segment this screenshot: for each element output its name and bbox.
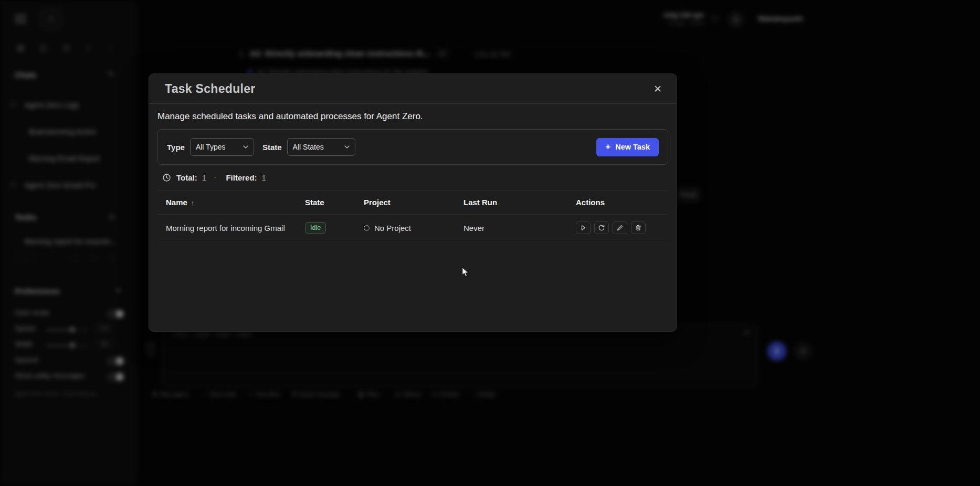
modal-title: Task Scheduler	[165, 82, 256, 96]
chevron-down-icon	[243, 145, 248, 149]
task-name: Morning report for incoming Gmail	[157, 224, 297, 233]
stats-separator: ·	[214, 173, 216, 182]
new-task-button[interactable]: + New Task	[596, 138, 659, 156]
type-select[interactable]: All Types	[190, 138, 254, 156]
play-icon	[579, 224, 587, 231]
filtered-value: 1	[262, 173, 266, 182]
table-header-row: Name↑ State Project Last Run Actions	[157, 191, 668, 215]
status-badge: Idle	[305, 222, 326, 234]
pencil-icon	[616, 224, 624, 231]
task-project-cell: No Project	[355, 224, 455, 233]
delete-task-button[interactable]	[631, 221, 646, 234]
task-stats-row: Total: 1 · Filtered: 1	[157, 165, 668, 191]
chevron-down-icon	[344, 145, 350, 149]
state-select[interactable]: All States	[287, 138, 355, 156]
app-window: A ▤ ◫ ◳ ⌂ ‹ Chats ✎ Agent Zero Logs Brai…	[0, 0, 980, 486]
project-radio-icon	[364, 225, 370, 231]
trash-icon	[635, 224, 642, 231]
plus-icon: +	[605, 142, 610, 152]
column-header-name[interactable]: Name↑	[157, 198, 297, 207]
total-value: 1	[202, 173, 206, 182]
task-table: Name↑ State Project Last Run Actions Mor…	[157, 191, 668, 241]
task-state-cell: Idle	[297, 222, 355, 234]
filter-panel: Type All Types State All States + New Ta…	[157, 129, 668, 165]
column-header-project[interactable]: Project	[355, 198, 455, 207]
task-lastrun: Never	[455, 224, 567, 233]
project-name: No Project	[374, 224, 411, 233]
task-actions	[567, 221, 668, 234]
type-filter-label: Type	[167, 143, 185, 152]
type-select-value: All Types	[196, 143, 226, 151]
task-scheduler-modal: Task Scheduler ✕ Manage scheduled tasks …	[149, 73, 677, 332]
modal-description: Manage scheduled tasks and automated pro…	[157, 111, 668, 122]
clock-icon	[162, 173, 171, 182]
sort-asc-icon: ↑	[191, 199, 194, 207]
edit-task-button[interactable]	[613, 221, 627, 234]
refresh-icon	[598, 224, 605, 231]
column-header-actions: Actions	[567, 198, 668, 207]
mouse-cursor	[461, 267, 470, 279]
close-icon[interactable]: ✕	[654, 84, 662, 94]
run-task-button[interactable]	[576, 221, 591, 234]
state-filter-label: State	[262, 143, 282, 152]
state-select-value: All States	[293, 143, 324, 151]
filtered-label: Filtered:	[226, 173, 257, 182]
column-header-state[interactable]: State	[297, 198, 355, 207]
table-row: Morning report for incoming Gmail Idle N…	[157, 215, 668, 241]
reload-task-button[interactable]	[594, 221, 609, 234]
modal-header: Task Scheduler ✕	[149, 74, 677, 104]
column-header-lastrun[interactable]: Last Run	[455, 198, 567, 207]
new-task-label: New Task	[615, 143, 650, 151]
total-label: Total:	[176, 173, 197, 182]
